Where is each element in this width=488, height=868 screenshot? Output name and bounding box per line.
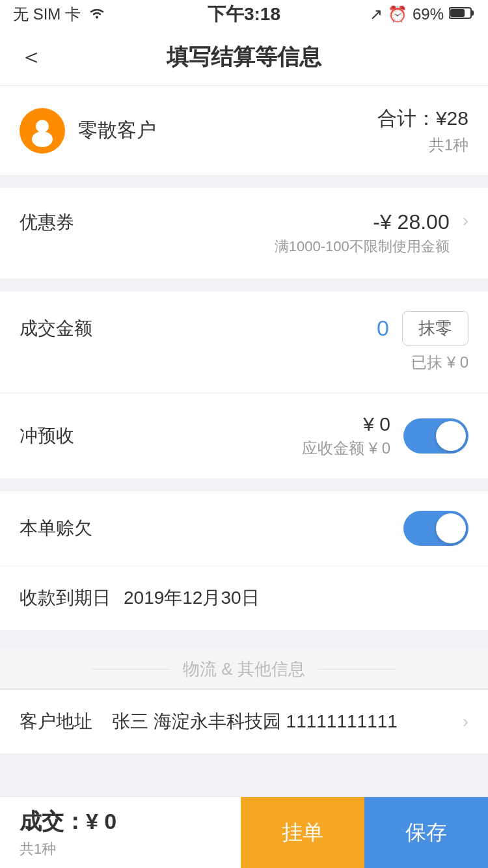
customer-name: 零散客户	[78, 117, 156, 144]
coupon-label: 优惠券	[20, 210, 74, 235]
divider-4	[0, 630, 488, 649]
due-date-section: 收款到期日 2019年12月30日	[0, 566, 488, 630]
total-amount: 合计：¥28	[377, 105, 468, 132]
avatar	[20, 108, 65, 154]
hang-order-button[interactable]: 挂单	[241, 797, 364, 869]
deal-amount-value[interactable]: 0	[377, 316, 389, 341]
debt-section: 本单赊欠	[0, 491, 488, 566]
bottom-bar: 成交：¥ 0 共1种 挂单 保存	[0, 796, 488, 868]
address-chevron-icon: ›	[463, 711, 468, 732]
status-time: 下午3:18	[208, 2, 280, 27]
back-button[interactable]: ＜	[20, 41, 43, 73]
svg-point-0	[96, 16, 98, 19]
content: 零散客户 合计：¥28 共1种 优惠券 -¥ 28.00 满1000-100不限…	[0, 86, 488, 868]
customer-left: 零散客户	[20, 108, 156, 154]
divider-1	[0, 175, 488, 188]
coupon-section: 优惠券 -¥ 28.00 满1000-100不限制使用金额 ›	[0, 188, 488, 278]
deal-amount-bottom: 已抹 ¥ 0	[20, 352, 468, 373]
divider-3	[0, 478, 488, 491]
deal-amount-section: 成交金额 0 抹零 已抹 ¥ 0	[0, 292, 488, 393]
bottom-info: 成交：¥ 0 共1种	[0, 807, 241, 859]
customer-section: 零散客户 合计：¥28 共1种	[0, 86, 488, 175]
bottom-deal-row: 成交：¥ 0	[20, 807, 221, 837]
alarm-icon: ⏰	[388, 5, 407, 23]
battery-icon	[449, 5, 475, 23]
coupon-desc: 满1000-100不限制使用金额	[275, 237, 450, 256]
due-date-label: 收款到期日	[20, 586, 111, 610]
status-bar: 无 SIM 卡 下午3:18 ↗ ⏰ 69%	[0, 0, 488, 29]
debt-label: 本单赊欠	[20, 516, 92, 541]
hang-order-label: 挂单	[282, 819, 323, 847]
logistics-text: 物流 & 其他信息	[92, 658, 396, 681]
logistics-line-right	[318, 669, 396, 670]
advance-toggle[interactable]	[403, 418, 468, 454]
deal-amount-right: 0 抹零	[377, 311, 468, 346]
address-section[interactable]: 客户地址 张三 海淀永丰科技园 11111111111 ›	[0, 690, 488, 753]
deal-row-top: 成交金额 0 抹零	[20, 311, 468, 346]
advance-section: 冲预收 ¥ 0 应收金额 ¥ 0	[0, 393, 488, 478]
save-label: 保存	[405, 819, 447, 847]
bottom-count: 共1种	[20, 839, 221, 859]
coupon-right: -¥ 28.00 满1000-100不限制使用金额	[275, 210, 450, 256]
divider-2	[0, 278, 488, 292]
location-icon: ↗	[370, 5, 383, 23]
advance-value-group: ¥ 0 应收金额 ¥ 0	[302, 413, 390, 459]
page-title: 填写结算等信息	[167, 42, 321, 72]
save-button[interactable]: 保存	[364, 797, 488, 869]
toggle-knob	[436, 421, 466, 451]
coupon-row[interactable]: 优惠券 -¥ 28.00 满1000-100不限制使用金额 ›	[0, 188, 488, 278]
logistics-line-left	[92, 669, 170, 670]
debt-toggle[interactable]	[403, 511, 468, 546]
round-zero-button[interactable]: 抹零	[402, 311, 468, 346]
deal-amount-label: 成交金额	[20, 316, 92, 341]
address-value: 张三 海淀永丰科技园 11111111111	[112, 709, 456, 734]
battery-label: 69%	[413, 5, 444, 23]
due-date-value[interactable]: 2019年12月30日	[124, 586, 260, 610]
carrier-label: 无 SIM 卡	[13, 4, 81, 25]
due-date-content: 收款到期日 2019年12月30日	[20, 586, 468, 610]
customer-right: 合计：¥28 共1种	[377, 105, 468, 156]
coupon-chevron-icon: ›	[463, 210, 468, 231]
bottom-deal-label: 成交：	[20, 809, 86, 834]
advance-top: 冲预收 ¥ 0 应收金额 ¥ 0	[20, 413, 468, 459]
nav-bar: ＜ 填写结算等信息	[0, 29, 488, 86]
advance-amount: ¥ 0	[302, 413, 390, 435]
svg-rect-3	[450, 9, 465, 17]
logistics-label: 物流 & 其他信息	[183, 658, 305, 681]
coupon-discount: -¥ 28.00	[275, 210, 450, 234]
wifi-icon	[87, 5, 107, 23]
logistics-divider: 物流 & 其他信息	[0, 649, 488, 688]
total-count: 共1种	[377, 135, 468, 156]
status-right: ↗ ⏰ 69%	[370, 5, 475, 23]
address-label: 客户地址	[20, 709, 92, 734]
advance-label: 冲预收	[20, 424, 74, 448]
bottom-deal-amount: ¥ 0	[86, 809, 116, 834]
status-left: 无 SIM 卡	[13, 4, 107, 25]
advance-desc: 应收金额 ¥ 0	[302, 438, 390, 459]
svg-point-5	[32, 131, 53, 147]
svg-point-4	[36, 120, 49, 133]
svg-rect-2	[471, 10, 474, 16]
debt-toggle-knob	[436, 513, 466, 543]
